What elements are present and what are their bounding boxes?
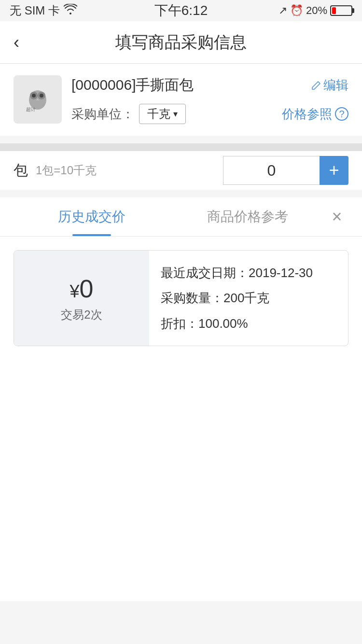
wifi-icon bbox=[64, 4, 77, 17]
svg-text:超计: 超计 bbox=[26, 107, 36, 112]
currency-symbol: ¥ bbox=[70, 281, 80, 301]
battery-icon bbox=[330, 5, 352, 16]
history-content: ¥0 交易2次 最近成交日期：2019-12-30 采购数量：200千克 折扣：… bbox=[0, 237, 362, 360]
purchase-qty-row: 采购数量：200千克 bbox=[161, 289, 336, 307]
location-icon: ↗ bbox=[278, 4, 287, 17]
history-price-section: ¥0 交易2次 bbox=[14, 251, 149, 346]
status-left: 无 SIM 卡 bbox=[10, 3, 77, 18]
nav-bar: ‹ 填写商品采购信息 bbox=[0, 21, 362, 64]
quantity-label-row: 包 1包=10千克 bbox=[14, 161, 97, 181]
product-image-icon: 超计 bbox=[23, 83, 52, 116]
svg-point-3 bbox=[32, 94, 36, 98]
quantity-input[interactable] bbox=[223, 156, 320, 185]
quantity-input-row: + bbox=[223, 156, 348, 185]
price-reference-button[interactable]: 价格参照 ? bbox=[282, 106, 348, 123]
back-button[interactable]: ‹ bbox=[14, 32, 19, 53]
history-details-section: 最近成交日期：2019-12-30 采购数量：200千克 折扣：100.00% bbox=[149, 251, 348, 346]
status-time: 下午6:12 bbox=[154, 1, 208, 20]
purchase-unit-row: 采购单位： 千克 ▾ 价格参照 ? bbox=[71, 104, 348, 124]
unit-select-dropdown[interactable]: 千克 ▾ bbox=[139, 104, 186, 124]
product-row: 超计 [0000006]手撕面包 编辑 采购单位： bbox=[14, 75, 348, 124]
page-title: 填写商品采购信息 bbox=[115, 31, 247, 54]
quantity-unit: 包 bbox=[14, 161, 28, 181]
status-bar: 无 SIM 卡 下午6:12 ↗ ⏰ 20% bbox=[0, 0, 362, 21]
carrier-text: 无 SIM 卡 bbox=[10, 3, 60, 18]
status-right: ↗ ⏰ 20% bbox=[278, 4, 352, 17]
product-name: [0000006]手撕面包 bbox=[71, 75, 194, 95]
product-info: [0000006]手撕面包 编辑 采购单位： 千克 ▾ bbox=[71, 75, 348, 124]
history-price-value: ¥0 bbox=[70, 274, 94, 303]
history-card: ¥0 交易2次 最近成交日期：2019-12-30 采购数量：200千克 折扣：… bbox=[14, 250, 348, 346]
battery-percent: 20% bbox=[306, 4, 327, 17]
quantity-plus-button[interactable]: + bbox=[320, 156, 348, 185]
recent-date-row: 最近成交日期：2019-12-30 bbox=[161, 264, 336, 281]
svg-point-4 bbox=[40, 94, 43, 98]
chevron-down-icon: ▾ bbox=[173, 109, 178, 119]
tab-price-reference[interactable]: 商品价格参考 bbox=[169, 197, 325, 236]
question-icon: ? bbox=[335, 107, 348, 121]
tab-close-button[interactable]: × bbox=[325, 205, 348, 228]
tabs-section: 历史成交价 商品价格参考 × ¥0 交易2次 最近成交日期：2019-12-30… bbox=[0, 197, 362, 360]
discount-row: 折扣：100.00% bbox=[161, 315, 336, 332]
edit-button[interactable]: 编辑 bbox=[311, 77, 348, 94]
history-trade-count: 交易2次 bbox=[61, 307, 102, 322]
alarm-icon: ⏰ bbox=[290, 4, 303, 17]
product-name-row: [0000006]手撕面包 编辑 bbox=[71, 75, 348, 95]
purchase-unit-label: 采购单位： bbox=[71, 106, 134, 123]
unit-label-group: 采购单位： 千克 ▾ bbox=[71, 104, 186, 124]
quantity-section: 包 1包=10千克 + bbox=[0, 151, 362, 190]
tab-history-price[interactable]: 历史成交价 bbox=[14, 197, 169, 236]
product-section: 超计 [0000006]手撕面包 编辑 采购单位： bbox=[0, 64, 362, 136]
tabs-header: 历史成交价 商品价格参考 × bbox=[0, 197, 362, 237]
empty-area bbox=[0, 360, 362, 601]
unit-conversion: 1包=10千克 bbox=[36, 163, 97, 178]
divider-bar bbox=[0, 143, 362, 151]
product-thumbnail: 超计 bbox=[14, 75, 62, 124]
